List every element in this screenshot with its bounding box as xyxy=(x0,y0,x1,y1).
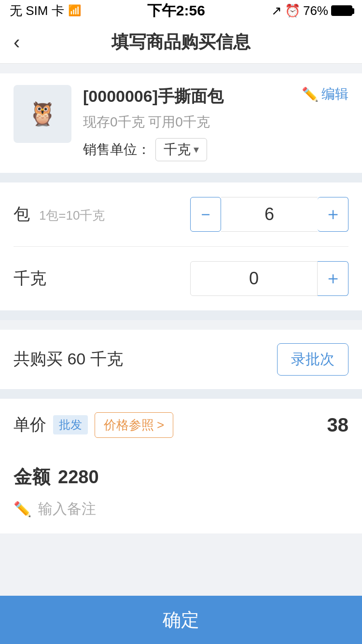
battery-percent: 76% xyxy=(303,3,328,18)
unit-value: 千克 xyxy=(164,140,191,159)
summary-section: 共购买 60 千克 录批次 xyxy=(0,330,362,389)
quantity-section: 包 1包=10千克 － ＋ 千克 ＋ xyxy=(0,182,362,310)
pencil-icon: ✏️ xyxy=(14,501,31,518)
amount-section: 金额 2280 ✏️ 输入备注 xyxy=(0,451,362,533)
product-card: 🦉 [0000006]手撕面包 现存0千克 可用0千克 销售单位： 千克 ▾ ✏… xyxy=(0,73,362,173)
qty-label-bao: 包 1包=10千克 xyxy=(14,203,105,225)
product-unit-row: 销售单位： 千克 ▾ xyxy=(83,138,290,161)
unit-label: 销售单位： xyxy=(83,140,151,159)
edit-label: 编辑 xyxy=(321,85,348,103)
nav-bar: ‹ 填写商品购买信息 xyxy=(0,21,362,64)
carrier-text: 无 SIM 卡 xyxy=(10,2,64,19)
price-ref-label: 价格参照 xyxy=(104,417,154,434)
product-info: [0000006]手撕面包 现存0千克 可用0千克 销售单位： 千克 ▾ xyxy=(83,85,290,161)
confirm-button-label: 确定 xyxy=(163,608,199,632)
note-row[interactable]: ✏️ 输入备注 xyxy=(14,499,348,529)
amount-value: 2280 xyxy=(58,467,99,488)
product-stock: 现存0千克 可用0千克 xyxy=(83,113,290,131)
divider-3 xyxy=(0,389,362,399)
confirm-button[interactable]: 确定 xyxy=(0,596,362,644)
price-ref-button[interactable]: 价格参照 > xyxy=(95,412,173,438)
alarm-icon: ⏰ xyxy=(285,3,300,18)
amount-label: 金额 xyxy=(14,465,50,490)
product-thumbnail: 🦉 xyxy=(14,85,71,143)
chevron-down-icon: ▾ xyxy=(194,143,199,156)
qty-minus-bao[interactable]: － xyxy=(190,197,221,232)
location-icon: ↗ xyxy=(271,3,282,18)
divider-2 xyxy=(0,310,362,320)
edit-button[interactable]: ✏️ 编辑 xyxy=(302,85,348,103)
status-bar: 无 SIM 卡 📶 下午2:56 ↗ ⏰ 76% xyxy=(0,0,362,21)
status-carrier: 无 SIM 卡 📶 xyxy=(10,2,81,19)
qty-row-kg: 千克 ＋ xyxy=(14,247,348,310)
unit-select[interactable]: 千克 ▾ xyxy=(155,138,207,161)
divider-1 xyxy=(0,173,362,182)
chevron-right-icon: > xyxy=(157,418,164,433)
batch-button[interactable]: 录批次 xyxy=(277,343,348,376)
summary-text: 共购买 60 千克 xyxy=(14,348,123,370)
price-label-text: 单价 xyxy=(14,414,46,436)
status-time: 下午2:56 xyxy=(147,1,205,21)
price-value: 38 xyxy=(327,414,349,436)
qty-control-kg: ＋ xyxy=(190,261,348,296)
price-label-area: 单价 批发 价格参照 > xyxy=(14,412,173,438)
product-name: [0000006]手撕面包 xyxy=(83,85,290,108)
qty-plus-bao[interactable]: ＋ xyxy=(318,197,348,232)
product-thumb-icon: 🦉 xyxy=(28,100,57,127)
wifi-icon: 📶 xyxy=(68,4,81,17)
qty-input-bao[interactable] xyxy=(221,197,318,232)
page-title: 填写商品购买信息 xyxy=(111,30,251,54)
price-batch-tag: 批发 xyxy=(53,415,88,434)
status-right: ↗ ⏰ 76% xyxy=(271,3,352,18)
edit-area: ✏️ 编辑 xyxy=(302,85,348,103)
qty-row-bao: 包 1包=10千克 － ＋ xyxy=(14,182,348,247)
battery-icon xyxy=(331,5,352,16)
price-row: 单价 批发 价格参照 > 38 xyxy=(0,399,362,451)
amount-row: 金额 2280 xyxy=(14,465,348,490)
qty-plus-kg[interactable]: ＋ xyxy=(318,261,348,296)
qty-label-kg: 千克 xyxy=(14,267,46,290)
back-button[interactable]: ‹ xyxy=(14,31,20,53)
qty-input-kg[interactable] xyxy=(190,261,318,296)
note-placeholder: 输入备注 xyxy=(38,499,96,519)
qty-control-bao: － ＋ xyxy=(190,197,348,232)
edit-icon: ✏️ xyxy=(302,86,319,102)
